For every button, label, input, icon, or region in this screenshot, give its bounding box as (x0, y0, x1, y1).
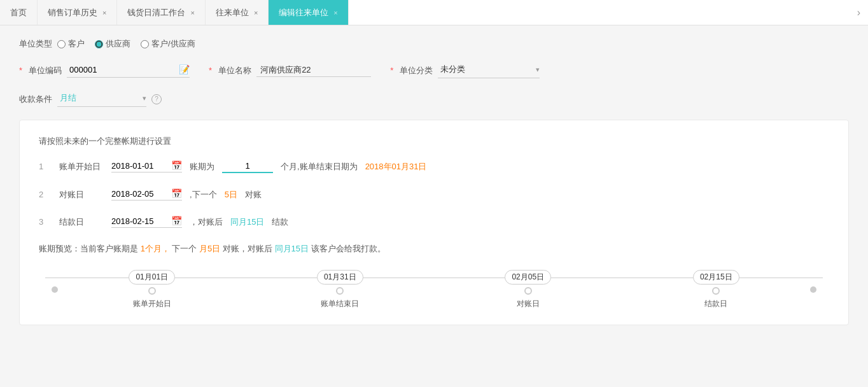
timeline-label-3: 对账日 (517, 299, 540, 309)
row-num-3: 3 (39, 217, 52, 227)
date-field-2[interactable] (111, 189, 169, 199)
end-date-highlight: 2018年01月31日 (365, 161, 427, 172)
unit-category-field: * 单位分类 未分类 ▾ (390, 62, 540, 78)
unit-code-icon[interactable]: 📝 (179, 64, 190, 74)
payment-desc-pre: ，对账后 (190, 216, 223, 228)
unit-category-value: 未分类 (438, 62, 536, 76)
close-tab-partner-units[interactable]: × (254, 9, 258, 17)
unit-type-field: 单位类型 客户 供应商 客户/供应商 (19, 38, 195, 50)
preview-next-pre: 下一个 (172, 244, 197, 253)
reconcile-day-highlight: 5日 (225, 189, 237, 201)
timeline-badge-2: 01月31日 (317, 270, 363, 285)
preview-reconcile-text: 对账，对账后 (223, 244, 272, 253)
unit-code-label: 单位编码 (29, 65, 62, 76)
tab-cash-reconciliation[interactable]: 钱货日清工作台 × (117, 0, 205, 25)
reconcile-desc: ,下一个 (190, 189, 217, 201)
timeline-start-dot (52, 286, 58, 293)
timeline-dot-1 (148, 287, 156, 295)
payment-condition-row: 收款条件 月结 ▾ ? (19, 91, 849, 107)
timeline: 01月01日 账单开始日 01月31日 账单结束日 02月05日 对账日 (45, 270, 823, 309)
radio-both[interactable]: 客户/供应商 (141, 38, 195, 50)
unit-code-field: * 单位编码 📝 (19, 64, 190, 78)
radio-supplier[interactable]: 供应商 (95, 38, 130, 50)
date-input-1: 📅 (111, 160, 182, 172)
timeline-label-1: 账单开始日 (133, 299, 171, 309)
payment-day-highlight: 同月15日 (230, 216, 264, 228)
payment-condition-value: 月结 (57, 91, 143, 105)
row-label-1: 账单开始日 (59, 161, 104, 172)
tab-expand-button[interactable]: › (850, 7, 868, 18)
close-tab-cash-reconciliation[interactable]: × (190, 9, 194, 17)
calendar-icon-3[interactable]: 📅 (171, 216, 182, 226)
payment-condition-field: 收款条件 月结 ▾ ? (19, 91, 162, 107)
unit-category-select[interactable]: 未分类 ▾ (438, 62, 540, 78)
settings-card: 请按照未来的一个完整帐期进行设置 1 账单开始日 📅 账期为 个月,账单结束日期… (19, 120, 849, 325)
date-field-3[interactable] (111, 216, 169, 226)
unit-type-radio-group: 客户 供应商 客户/供应商 (57, 38, 195, 50)
timeline-point-3: 02月05日 对账日 (505, 270, 551, 309)
calendar-icon-1[interactable]: 📅 (171, 160, 182, 171)
close-tab-sales-order-history[interactable]: × (102, 9, 106, 17)
timeline-container: 01月01日 账单开始日 01月31日 账单结束日 02月05日 对账日 (45, 270, 823, 309)
radio-customer-input[interactable] (57, 40, 66, 48)
timeline-dot-4 (712, 287, 720, 295)
close-tab-edit-partner[interactable]: × (333, 9, 337, 17)
config-row-2: 2 对账日 📅 ,下一个 5日 对账 (39, 188, 829, 201)
radio-both-input[interactable] (141, 40, 149, 48)
period-suffix: 个月,账单结束日期为 (281, 161, 358, 172)
tab-bar: 首页 销售订单历史 × 钱货日清工作台 × 往来单位 × 编辑往来单位 × › (0, 0, 868, 25)
timeline-label-4: 结款日 (704, 299, 727, 309)
unit-name-field: * 单位名称 (209, 64, 371, 77)
preview-reconcile-day: 月5日 (199, 244, 220, 253)
radio-supplier-input[interactable] (95, 40, 103, 48)
calendar-icon-2[interactable]: 📅 (171, 188, 182, 199)
timeline-label-2: 账单结束日 (321, 299, 359, 309)
payment-condition-help-icon[interactable]: ? (151, 94, 162, 104)
row-label-2: 对账日 (59, 189, 104, 201)
unit-name-input[interactable] (256, 64, 371, 77)
payment-condition-label: 收款条件 (19, 94, 52, 105)
timeline-end-dot (810, 286, 816, 293)
timeline-badge-3: 02月05日 (505, 270, 551, 285)
unit-code-input-wrap: 📝 (67, 64, 190, 78)
period-input[interactable] (222, 160, 273, 173)
unit-category-required: * (390, 66, 393, 75)
unit-name-required: * (209, 66, 212, 75)
timeline-dot-2 (336, 287, 344, 295)
preview-label: 账期预览：当前客户账期是 (39, 244, 138, 253)
card-instruction: 请按照未来的一个完整帐期进行设置 (39, 136, 829, 147)
row-num-2: 2 (39, 190, 52, 199)
row-label-3: 结款日 (59, 216, 104, 228)
preview-payment-day: 同月15日 (275, 244, 309, 253)
radio-customer[interactable]: 客户 (57, 38, 85, 50)
unit-type-label: 单位类型 (19, 38, 52, 50)
timeline-badge-4: 02月15日 (693, 270, 739, 285)
unit-name-label: 单位名称 (218, 65, 251, 76)
timeline-point-4: 02月15日 结款日 (693, 270, 739, 309)
unit-code-required: * (19, 66, 22, 75)
tab-edit-partner[interactable]: 编辑往来单位 × (269, 0, 348, 25)
unit-code-input[interactable] (67, 64, 179, 76)
preview-suffix: 该客户会给我打款。 (311, 244, 386, 253)
tab-sales-order-history[interactable]: 销售订单历史 × (38, 0, 117, 25)
reconcile-suffix: 对账 (245, 189, 262, 201)
payment-suffix: 结款 (272, 216, 288, 228)
payment-condition-select[interactable]: 月结 ▾ (57, 91, 146, 107)
date-input-3: 📅 (111, 216, 182, 228)
date-input-2: 📅 (111, 188, 182, 201)
main-content: 单位类型 客户 供应商 客户/供应商 * 单位编码 (0, 25, 868, 387)
timeline-point-2: 01月31日 账单结束日 (317, 270, 363, 309)
tab-home[interactable]: 首页 (0, 0, 38, 25)
timeline-dot-3 (524, 287, 532, 295)
timeline-badge-1: 01月01日 (129, 270, 175, 285)
unit-info-row: * 单位编码 📝 * 单位名称 * 单位分类 未分类 ▾ (19, 62, 849, 78)
unit-category-chevron-icon: ▾ (536, 66, 540, 74)
unit-type-row: 单位类型 客户 供应商 客户/供应商 (19, 38, 849, 50)
timeline-point-1: 01月01日 账单开始日 (129, 270, 175, 309)
date-field-1[interactable] (111, 161, 169, 171)
config-row-3: 3 结款日 📅 ，对账后 同月15日 结款 (39, 216, 829, 228)
config-row-1: 1 账单开始日 📅 账期为 个月,账单结束日期为 2018年01月31日 (39, 160, 829, 173)
tab-partner-units[interactable]: 往来单位 × (206, 0, 269, 25)
preview-section: 账期预览：当前客户账期是 1个月， 下一个 月5日 对账，对账后 同月15日 该… (39, 243, 829, 255)
period-label: 账期为 (190, 161, 214, 172)
